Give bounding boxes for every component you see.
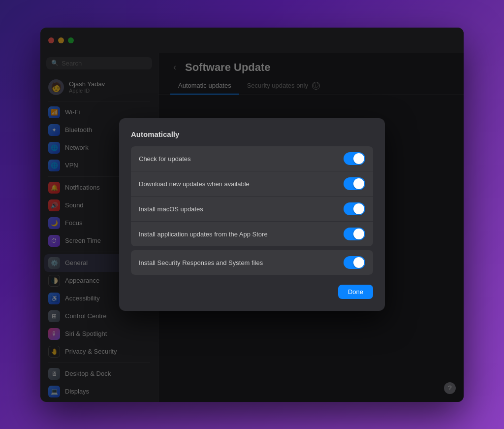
toggle-label-download-updates: Download new updates when available bbox=[158, 180, 250, 188]
toggle-row-install-macos: Install macOS updates bbox=[158, 197, 373, 221]
toggle-download-updates[interactable] bbox=[344, 177, 365, 190]
toggle-label-install-appstore: Install application updates from the App… bbox=[158, 231, 268, 238]
toggle-label-check-updates: Check for updates bbox=[158, 155, 191, 163]
toggle-row-install-appstore: Install application updates from the App… bbox=[158, 222, 373, 246]
modal-title: Automatically bbox=[158, 130, 373, 138]
toggle-check-updates[interactable] bbox=[344, 152, 365, 165]
done-button[interactable]: Done bbox=[338, 285, 373, 299]
toggle-label-install-security: Install Security Responses and System fi… bbox=[158, 259, 263, 266]
toggle-row-download-updates: Download new updates when available bbox=[158, 171, 373, 196]
toggle-row-check-updates: Check for updates bbox=[158, 146, 373, 171]
help-button[interactable]: ? bbox=[444, 382, 456, 394]
toggle-install-appstore[interactable] bbox=[344, 228, 365, 240]
toggle-install-security[interactable] bbox=[344, 256, 365, 269]
main-window: 🔍 🧑 Ojash Yadav Apple ID bbox=[40, 28, 464, 402]
modal-overlay: Automatically Check for updates Download… bbox=[158, 53, 464, 402]
toggle-group-1: Check for updates Download new updates w… bbox=[158, 146, 373, 246]
window-content: 🔍 🧑 Ojash Yadav Apple ID bbox=[40, 53, 464, 402]
toggle-install-macos[interactable] bbox=[344, 202, 365, 215]
main-content-area: ‹ Software Update Automatic updates Secu… bbox=[158, 53, 464, 402]
toggle-label-install-macos: Install macOS updates bbox=[158, 205, 203, 213]
modal-dialog: Automatically Check for updates Download… bbox=[158, 118, 385, 311]
toggle-group-2: Install Security Responses and System fi… bbox=[158, 250, 373, 275]
modal-footer: Done bbox=[158, 285, 373, 299]
toggle-row-install-security: Install Security Responses and System fi… bbox=[158, 250, 373, 275]
